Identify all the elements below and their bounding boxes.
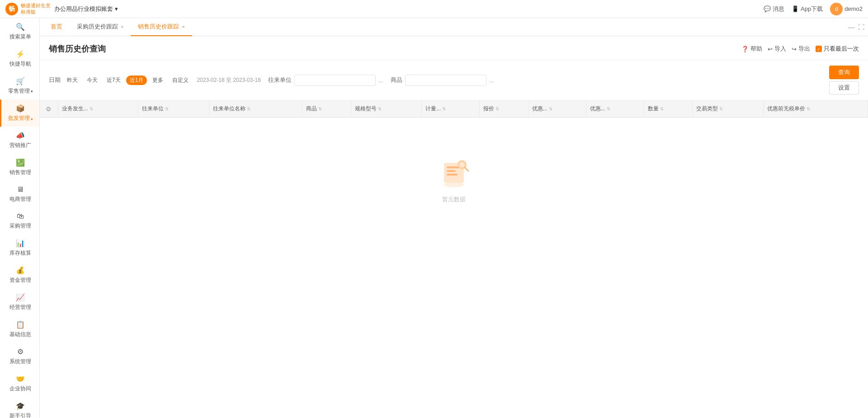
sidebar-item-inventory[interactable]: 📊 库存核算 xyxy=(0,234,39,261)
app-download-button[interactable]: 📱 App下载 xyxy=(792,5,823,13)
date-btn-custom[interactable]: 自定义 xyxy=(169,76,192,85)
th-discount1: 优惠... ⇅ xyxy=(528,100,586,118)
chevron-icon: ▾ xyxy=(31,89,33,94)
megaphone-icon: 📣 xyxy=(16,131,25,140)
empty-text: 暂元数据 xyxy=(442,195,466,204)
th-pre-tax: 优惠前无税单价 ⇅ xyxy=(763,100,868,118)
svg-rect-2 xyxy=(447,166,459,168)
only-last-label: 只看最后一次 xyxy=(824,45,859,53)
page-title: 销售历史价查询 xyxy=(49,43,106,54)
sidebar-item-label: 经营管理 xyxy=(9,304,31,311)
sort-icon: ⇅ xyxy=(607,106,610,111)
header-right: 💬 消息 📱 App下载 d demo2 xyxy=(764,3,863,15)
tab-purchase-history[interactable]: 采购历史价跟踪 × xyxy=(70,18,131,36)
sort-icon: ⇅ xyxy=(378,106,382,111)
th-trade-type: 交易类型 ⇅ xyxy=(692,100,763,118)
import-button[interactable]: ↩ 导入 xyxy=(768,45,786,53)
date-btn-today[interactable]: 今天 xyxy=(83,76,101,85)
date-btn-last7[interactable]: 近7天 xyxy=(103,76,124,85)
lightning-icon: ⚡ xyxy=(16,50,25,58)
only-last-checkbox-group[interactable]: ✓ 只看最后一次 xyxy=(816,45,859,53)
page-header-actions: ❓ 帮助 ↩ 导入 ↪ 导出 ✓ 只看最后一次 xyxy=(741,45,859,53)
product-ellipsis[interactable]: ... xyxy=(489,77,494,84)
table-header-row: ⚙ 业务发生... ⇅ 往来单位 ⇅ xyxy=(40,100,868,118)
page-header: 销售历史价查询 ❓ 帮助 ↩ 导入 ↪ 导出 ✓ xyxy=(40,36,868,60)
date-btn-last1month[interactable]: 近1月 xyxy=(126,76,147,85)
tab-close-sales[interactable]: × xyxy=(182,24,184,29)
tab-close-purchase[interactable]: × xyxy=(121,24,123,29)
partner-filter-group: 往来单位 ... xyxy=(268,75,383,86)
user-menu[interactable]: d demo2 xyxy=(830,3,863,15)
sidebar-item-marketing[interactable]: 📣 营销推广 xyxy=(0,127,39,154)
th-product: 商品 ⇅ xyxy=(302,100,351,118)
workspace-selector[interactable]: 办公用品行业模拟账套 ▾ xyxy=(54,5,118,13)
export-icon: ↪ xyxy=(792,46,797,52)
product-input[interactable] xyxy=(405,75,486,86)
search-icon: 🔍 xyxy=(16,23,25,31)
sort-icon: ⇅ xyxy=(165,106,169,111)
column-settings[interactable]: ⚙ xyxy=(40,100,58,118)
content-area: 首页 采购历史价跟踪 × 销售历史价跟踪 × — ⛶ 销售历史价查询 xyxy=(40,18,868,418)
top-header: 畅 畅捷通好生意 标准版 办公用品行业模拟账套 ▾ 💬 消息 📱 App下载 d… xyxy=(0,0,868,18)
only-last-checkbox[interactable]: ✓ xyxy=(816,46,822,52)
sidebar-item-cooperation[interactable]: 🤝 企业协同 xyxy=(0,370,39,397)
product-filter-group: 商品 ... xyxy=(391,75,494,86)
sidebar-item-label: 零售管理 xyxy=(8,87,30,95)
sidebar-item-label: 企业协同 xyxy=(9,385,31,393)
guide-icon: 🎓 xyxy=(16,402,25,410)
handshake-icon: 🤝 xyxy=(16,375,25,383)
sidebar-item-guide[interactable]: 🎓 新手引导 xyxy=(0,397,39,418)
help-button[interactable]: ❓ 帮助 xyxy=(741,45,762,53)
sort-icon: ⇅ xyxy=(660,106,664,111)
date-btn-yesterday[interactable]: 昨天 xyxy=(63,76,81,85)
th-spec: 规格型号 ⇅ xyxy=(351,100,422,118)
sidebar-item-quick-nav[interactable]: ⚡ 快捷导航 xyxy=(0,45,39,72)
sort-icon: ⇅ xyxy=(318,106,322,111)
help-icon: ❓ xyxy=(741,46,749,52)
tab-home[interactable]: 首页 xyxy=(43,18,70,36)
sidebar-item-search[interactable]: 🔍 搜索菜单 xyxy=(0,18,39,45)
table-container: ⚙ 业务发生... ⇅ 往来单位 ⇅ xyxy=(40,100,868,240)
clipboard-icon: 📋 xyxy=(16,320,25,329)
main-layout: 🔍 搜索菜单 ⚡ 快捷导航 🛒 零售管理 ▾ 📦 批发管理 ▴ 📣 营销推广 xyxy=(0,18,868,418)
partner-ellipsis[interactable]: ... xyxy=(378,77,383,84)
date-btn-more[interactable]: 更多 xyxy=(149,76,167,85)
filter-bar: 日期 昨天 今天 近7天 近1月 更多 自定义 2023-02-18 至 202… xyxy=(40,60,868,100)
sort-icon: ⇅ xyxy=(807,106,810,111)
chevron-down-icon: ▾ xyxy=(115,5,118,12)
gear-icon: ⚙ xyxy=(17,347,24,356)
sidebar-item-finance[interactable]: 💰 资金管理 xyxy=(0,261,39,289)
th-qty: 数量 ⇅ xyxy=(644,100,692,118)
sidebar-item-purchase-mgmt[interactable]: 🛍 采购管理 xyxy=(0,208,39,234)
settings-button[interactable]: 设置 xyxy=(829,81,859,95)
svg-rect-4 xyxy=(447,174,458,176)
query-button[interactable]: 查询 xyxy=(829,66,859,79)
sort-icon: ⇅ xyxy=(719,106,723,111)
sidebar-item-ecommerce[interactable]: 🖥 电商管理 xyxy=(0,181,39,208)
partner-label: 往来单位 xyxy=(268,76,292,84)
th-biz-date: 业务发生... ⇅ xyxy=(58,100,138,118)
minimize-button[interactable]: — xyxy=(848,24,854,31)
date-label: 日期 xyxy=(49,76,61,84)
svg-rect-3 xyxy=(447,170,456,172)
message-button[interactable]: 💬 消息 xyxy=(764,5,784,13)
maximize-button[interactable]: ⛶ xyxy=(858,24,864,31)
computer-icon: 🖥 xyxy=(17,185,24,194)
sidebar-item-retail[interactable]: 🛒 零售管理 ▾ xyxy=(0,72,39,100)
partner-input[interactable] xyxy=(294,75,376,86)
sidebar-item-basic-info[interactable]: 📋 基础信息 xyxy=(0,316,39,343)
sidebar-item-wholesale[interactable]: 📦 批发管理 ▴ xyxy=(0,100,39,127)
tab-sales-history[interactable]: 销售历史价跟踪 × xyxy=(131,18,192,36)
tab-bar-right: — ⛶ xyxy=(848,24,864,31)
trending-icon: 📈 xyxy=(16,293,25,302)
export-button[interactable]: ↪ 导出 xyxy=(792,45,810,53)
empty-icon xyxy=(436,154,472,190)
sidebar-item-sales-mgmt[interactable]: 💹 销售管理 xyxy=(0,154,39,181)
sort-icon: ⇅ xyxy=(549,106,552,111)
sidebar-item-system[interactable]: ⚙ 系统管理 xyxy=(0,343,39,370)
chart-icon: 💹 xyxy=(16,158,25,167)
cart-icon: 🛒 xyxy=(16,77,25,86)
th-partner-name: 往来单位名称 ⇅ xyxy=(209,100,302,118)
sidebar-item-operations[interactable]: 📈 经营管理 xyxy=(0,289,39,316)
th-discount2: 优惠... ⇅ xyxy=(586,100,644,118)
